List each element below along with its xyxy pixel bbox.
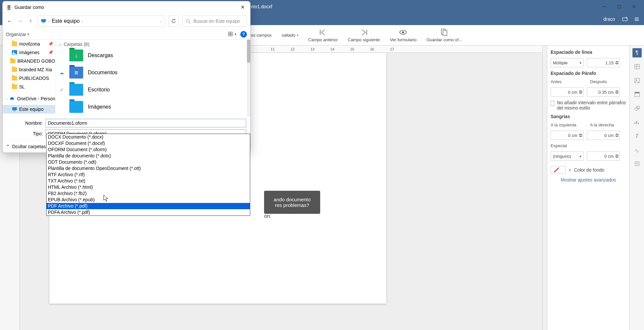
dropdown-item[interactable]: OFORM Document (*.oform) bbox=[47, 147, 250, 153]
dropdown-item[interactable]: FB2 Archivo (*.fb2) bbox=[47, 190, 250, 197]
dropdown-item[interactable]: EPUB Archivo (*.epub) bbox=[47, 197, 250, 203]
special-indent-value[interactable]: 0 cm bbox=[587, 151, 620, 161]
downloads-folder-icon bbox=[69, 50, 83, 61]
tooltip: ando documento res problemas? bbox=[264, 191, 320, 214]
indent-right[interactable]: 0 cm bbox=[587, 131, 620, 140]
svg-point-3 bbox=[402, 31, 404, 33]
svg-rect-10 bbox=[635, 92, 639, 93]
shape-icon[interactable] bbox=[632, 104, 642, 113]
show-advanced-link[interactable]: Mostrar ajustes avanzados bbox=[551, 177, 626, 182]
dropdown-item[interactable]: RTF Archivo (*.rtf) bbox=[47, 172, 250, 178]
onedrive-icon bbox=[10, 96, 15, 101]
paragraph-icon[interactable]: ¶ bbox=[632, 48, 642, 57]
dropdown-item[interactable]: PDF Archivo (*.pdf) bbox=[47, 203, 250, 209]
line-spacing-title: Espaciado de línea bbox=[551, 50, 626, 55]
hamburger-icon[interactable] bbox=[632, 15, 641, 24]
svg-rect-6 bbox=[635, 64, 639, 69]
nav-forward-button[interactable]: → bbox=[17, 18, 24, 24]
spacing-after[interactable]: 0.35 cm bbox=[587, 87, 620, 97]
filename-input[interactable] bbox=[46, 119, 246, 127]
dropdown-item[interactable]: DOCX Documento (*.docx) bbox=[47, 134, 250, 140]
header-icon[interactable] bbox=[632, 90, 642, 99]
dropdown-item[interactable]: Plantilla de documento OpenDocument (*.o… bbox=[47, 165, 250, 172]
computer-icon bbox=[12, 107, 17, 112]
tree-item[interactable]: BRANDED GOBO bbox=[3, 57, 55, 65]
open-location-icon[interactable] bbox=[620, 15, 629, 24]
folders-header[interactable]: ⌄Carpetas (6) bbox=[59, 42, 247, 47]
filetype-dropdown: DOCX Documento (*.docx) DOCXF Document (… bbox=[46, 134, 250, 216]
svg-rect-19 bbox=[228, 34, 230, 36]
no-space-label: No añadir intervalo entre párrafos del m… bbox=[557, 100, 626, 111]
background-color-button[interactable] bbox=[551, 166, 566, 174]
tree-item[interactable]: SL bbox=[3, 82, 55, 91]
chevron-down-icon[interactable]: ⌄ bbox=[159, 19, 162, 23]
svg-rect-1 bbox=[623, 18, 627, 21]
refresh-button[interactable] bbox=[168, 16, 179, 27]
line-spacing-type[interactable]: Múltiple▾ bbox=[551, 58, 584, 67]
spacing-before[interactable]: 0 cm bbox=[551, 87, 584, 97]
svg-rect-0 bbox=[618, 5, 621, 8]
table-icon[interactable] bbox=[632, 62, 642, 71]
tree-item-este-equipo[interactable]: ›Este equipo bbox=[3, 105, 55, 114]
svg-rect-17 bbox=[228, 32, 230, 34]
ribbon-jump[interactable]: saltado▾ bbox=[282, 33, 298, 38]
bg-color-label: Color de fondo bbox=[574, 167, 604, 173]
filename-label: Nombre: bbox=[7, 120, 43, 126]
image-icon[interactable] bbox=[632, 76, 642, 85]
indent-left[interactable]: 0 cm bbox=[551, 131, 584, 140]
dropdown-item[interactable]: TXT Archivo (*.txt) bbox=[47, 178, 250, 184]
pin-icon: 📌 bbox=[48, 50, 53, 55]
svg-rect-5 bbox=[443, 30, 447, 36]
dialog-close-button[interactable]: ✕ bbox=[238, 3, 247, 12]
tree-item-onedrive[interactable]: ›OneDrive - Person bbox=[3, 94, 55, 103]
svg-rect-13 bbox=[635, 162, 639, 166]
onlyoffice-icon bbox=[6, 4, 12, 10]
pane-scrollbar[interactable] bbox=[247, 40, 250, 117]
folder-item[interactable]: ✓ Escritorio bbox=[59, 84, 247, 96]
breadcrumb-bar[interactable]: › Este equipo › ⌄ bbox=[38, 16, 165, 27]
special-indent-type[interactable]: (ninguno)▾ bbox=[551, 151, 584, 161]
svg-point-22 bbox=[13, 51, 14, 52]
special-label: Especial bbox=[551, 143, 626, 148]
form-icon[interactable] bbox=[632, 159, 642, 168]
dropdown-item[interactable]: Plantilla de documento (*.dotx) bbox=[47, 153, 250, 159]
folder-item[interactable]: Descargas bbox=[59, 50, 247, 61]
line-spacing-value[interactable]: 1.15 bbox=[587, 58, 620, 67]
dropdown-item[interactable]: DOCXF Document (*.docxf) bbox=[47, 140, 250, 147]
chart-icon[interactable] bbox=[632, 117, 642, 127]
hide-folders-button[interactable]: ⌃Ocultar carpetas bbox=[6, 144, 46, 149]
folder-item[interactable]: Imágenes bbox=[59, 101, 247, 113]
organize-menu[interactable]: Organizar▾ bbox=[6, 32, 29, 37]
dropdown-item[interactable]: PDFA Archivo (*.pdf) bbox=[47, 209, 250, 215]
view-mode-button[interactable]: ▾ bbox=[228, 32, 236, 37]
tree-item[interactable]: branded MZ Xia bbox=[3, 65, 55, 74]
ribbon-prev-field[interactable]: Campo anterior bbox=[308, 28, 338, 42]
search-input[interactable]: Buscar en Este equipo bbox=[182, 16, 247, 27]
ribbon-fields[interactable]: os campos bbox=[251, 33, 272, 38]
tree-item[interactable]: PUBLICADOS bbox=[3, 74, 55, 82]
nav-back-button[interactable]: ← bbox=[6, 18, 13, 24]
folder-item[interactable]: ☁ Documentos bbox=[59, 67, 247, 79]
minimize-button[interactable] bbox=[597, 2, 612, 12]
signature-icon[interactable] bbox=[632, 145, 642, 154]
maximize-button[interactable] bbox=[612, 2, 627, 12]
help-button[interactable]: ? bbox=[240, 31, 247, 38]
ribbon-save-as-oform[interactable]: Guardar como of... bbox=[426, 28, 462, 42]
images-icon bbox=[12, 50, 17, 55]
ribbon-view-form[interactable]: Ver formulario bbox=[390, 28, 417, 42]
textart-icon[interactable]: T bbox=[632, 131, 642, 141]
close-button[interactable] bbox=[627, 2, 641, 12]
tree-item[interactable]: movilzona📌 bbox=[3, 40, 55, 48]
cloud-icon: ☁ bbox=[59, 70, 65, 75]
search-icon bbox=[186, 19, 191, 24]
images-folder-icon bbox=[69, 101, 83, 113]
desktop-folder-icon bbox=[69, 84, 83, 96]
vertical-scrollbar[interactable] bbox=[542, 46, 547, 330]
no-space-same-style-checkbox[interactable] bbox=[551, 101, 554, 106]
ribbon-next-field[interactable]: Campo siguiente bbox=[348, 28, 380, 42]
svg-rect-14 bbox=[41, 19, 46, 22]
tree-item[interactable]: Imágenes📌 bbox=[3, 48, 55, 57]
nav-up-button[interactable]: ↑ bbox=[27, 18, 34, 24]
dropdown-item[interactable]: HTML Archivo (*.html) bbox=[47, 184, 250, 190]
dropdown-item[interactable]: ODT Documento (*.odt) bbox=[47, 159, 250, 165]
